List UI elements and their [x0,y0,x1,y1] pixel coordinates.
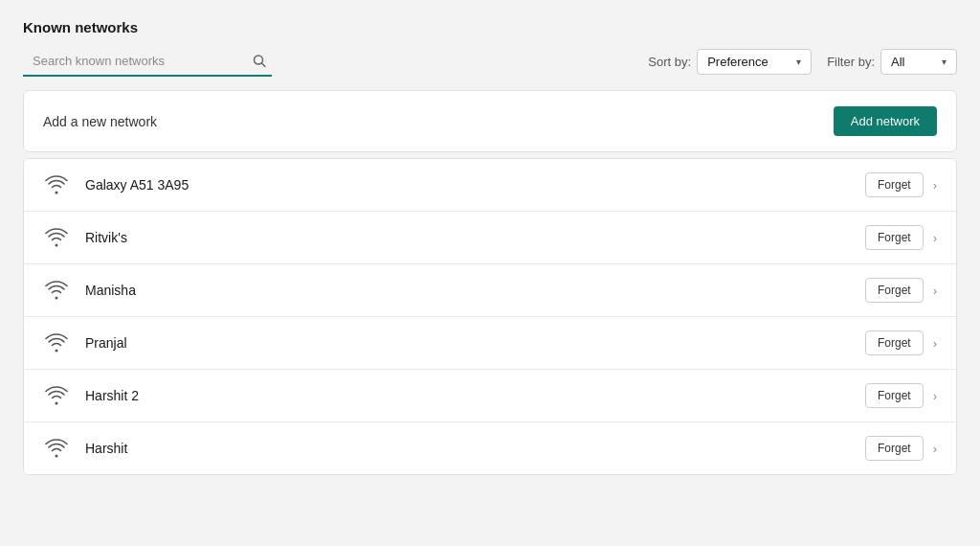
filter-controls: Sort by: Preference ▾ Filter by: All ▾ [648,49,957,75]
chevron-right-icon[interactable]: › [933,389,937,403]
filter-label: Filter by: [827,55,875,69]
list-item: Pranjal Forget › [24,316,956,369]
toolbar: Sort by: Preference ▾ Filter by: All ▾ [23,47,957,77]
forget-button[interactable]: Forget [865,436,924,461]
search-input[interactable] [23,47,272,77]
network-name: Manisha [85,283,865,298]
chevron-right-icon[interactable]: › [933,284,937,298]
wifi-icon [43,385,70,406]
network-name: Pranjal [85,335,865,351]
network-name: Galaxy A51 3A95 [85,177,865,193]
page-title: Known networks [23,19,957,35]
filter-chevron-icon: ▾ [942,57,947,67]
filter-value: All [891,55,904,69]
network-actions: Forget › [865,330,937,355]
add-network-label: Add a new network [43,114,157,129]
forget-button[interactable]: Forget [865,383,924,408]
list-item: Galaxy A51 3A95 Forget › [24,159,956,211]
chevron-right-icon[interactable]: › [933,178,937,193]
sort-group: Sort by: Preference ▾ [648,49,812,75]
network-name: Harshit 2 [85,388,865,403]
search-wrapper [23,47,272,77]
network-actions: Forget › [865,278,937,303]
add-network-button[interactable]: Add network [834,106,937,136]
wifi-icon [43,174,70,195]
filter-select[interactable]: All ▾ [880,49,957,75]
network-name: Ritvik's [85,230,865,245]
network-actions: Forget › [865,225,937,250]
forget-button[interactable]: Forget [865,330,924,355]
list-item: Ritvik's Forget › [24,211,956,263]
sort-select[interactable]: Preference ▾ [697,49,812,75]
list-item: Manisha Forget › [24,263,956,316]
forget-button[interactable]: Forget [865,225,924,250]
network-actions: Forget › [865,172,937,197]
chevron-right-icon[interactable]: › [933,442,937,456]
forget-button[interactable]: Forget [865,278,924,303]
wifi-icon [43,227,70,248]
sort-label: Sort by: [648,55,691,69]
chevron-right-icon[interactable]: › [933,231,937,245]
add-network-card: Add a new network Add network [23,90,957,152]
filter-group: Filter by: All ▾ [827,49,957,75]
network-actions: Forget › [865,436,937,461]
chevron-right-icon[interactable]: › [933,336,937,351]
sort-chevron-icon: ▾ [796,57,801,67]
forget-button[interactable]: Forget [865,172,924,197]
wifi-icon [43,438,70,459]
network-list: Galaxy A51 3A95 Forget › Ritvik's Forget… [23,158,957,475]
list-item: Harshit 2 Forget › [24,369,956,421]
network-name: Harshit [85,441,865,456]
network-actions: Forget › [865,383,937,408]
sort-value: Preference [707,55,768,69]
wifi-icon [43,332,70,353]
wifi-icon [43,280,70,301]
list-item: Harshit Forget › [24,421,956,474]
